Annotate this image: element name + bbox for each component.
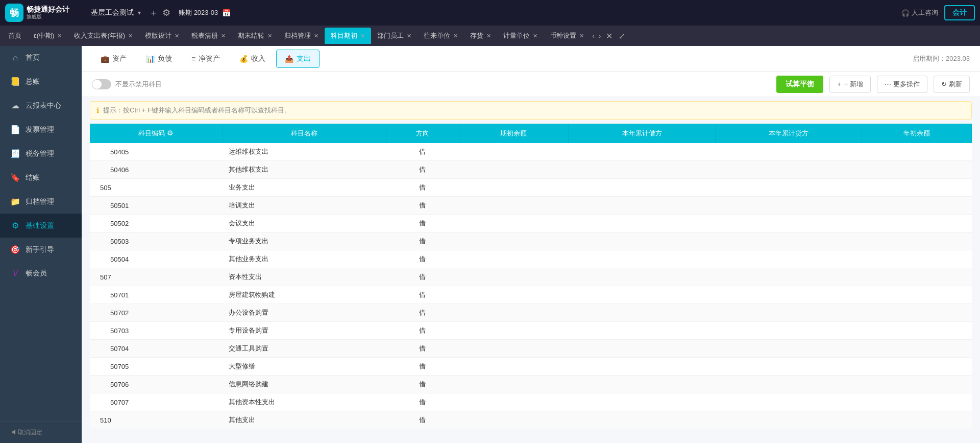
table-row[interactable]: 50706信息网络购建借 <box>90 376 972 393</box>
tab-close-unit[interactable]: ✕ <box>533 33 537 39</box>
cell-opening <box>459 161 569 179</box>
sidebar-item-guide[interactable]: 🎯 新手引导 <box>0 238 82 262</box>
cell-code: 50706 <box>90 376 223 393</box>
sub-tab-asset[interactable]: 💼 资产 <box>92 50 135 68</box>
col-settings-btn[interactable]: ⚙ <box>167 129 174 137</box>
cell-direction: 借 <box>386 286 459 304</box>
tab-home[interactable]: 首页 <box>2 28 28 44</box>
sidebar-item-settings[interactable]: ⚙ 基础设置 <box>0 214 82 238</box>
cell-name: 办公设备购置 <box>223 304 386 322</box>
income-icon: 💰 <box>239 55 248 63</box>
cell-yr-opening <box>862 393 972 411</box>
table-row[interactable]: 50703专用设备购置借 <box>90 322 972 340</box>
table-wrapper[interactable]: 科目编码 ⚙ 科目名称 方向 期初余额 本年累计借方 本年累计贷方 年初余额 5 <box>90 124 972 439</box>
tax-icon: 🧾 <box>10 149 20 158</box>
sidebar-item-archive[interactable]: 📁 归档管理 <box>0 190 82 214</box>
table-row[interactable]: 50502会议支出借 <box>90 215 972 232</box>
tab-subject-init[interactable]: 科目期初✕ <box>325 28 371 44</box>
account-button[interactable]: 会计 <box>944 5 975 20</box>
tab-unit[interactable]: 计量单位✕ <box>497 28 544 44</box>
sub-tab-expense[interactable]: 📤 支出 <box>276 50 320 68</box>
sidebar-label-settings: 基础设置 <box>26 221 54 230</box>
sidebar-item-ledger[interactable]: 📒 总账 <box>0 69 82 94</box>
refresh-btn[interactable]: ↻ 刷新 <box>934 76 970 93</box>
cell-ytd-credit <box>715 411 862 429</box>
sidebar-item-tax[interactable]: 🧾 税务管理 <box>0 142 82 166</box>
tab-expand-btn[interactable]: ⤢ <box>616 31 628 41</box>
cell-direction: 借 <box>386 179 459 197</box>
sub-tab-income[interactable]: 💰 收入 <box>231 50 274 68</box>
table-row[interactable]: 510其他支出借 <box>90 411 972 429</box>
tab-close-period[interactable]: ✕ <box>267 33 272 39</box>
company-dropdown-icon[interactable]: ▾ <box>138 9 141 16</box>
table-row[interactable]: 50501培训支出借 <box>90 197 972 215</box>
tab-next-btn[interactable]: › <box>597 32 603 40</box>
tab-close-counterpart[interactable]: ✕ <box>453 33 458 39</box>
tab-prev-btn[interactable]: ‹ <box>590 32 597 40</box>
archive-icon: 📁 <box>10 197 20 206</box>
sidebar-item-member[interactable]: V 畅会员 <box>0 262 82 285</box>
sidebar-label-archive: 归档管理 <box>26 197 54 206</box>
table-row[interactable]: 505业务支出借 <box>90 179 972 197</box>
table-row[interactable]: 50405运维维权支出借 <box>90 143 972 161</box>
cell-direction: 借 <box>386 393 459 411</box>
table-row[interactable]: 50705大型修缮借 <box>90 358 972 376</box>
balance-btn[interactable]: 试算平衡 <box>776 76 823 93</box>
table-row[interactable]: 507资本性支出借 <box>90 268 972 286</box>
table-row[interactable]: 50406其他维权支出借 <box>90 161 972 179</box>
sidebar-item-close[interactable]: 🔖 结账 <box>0 166 82 190</box>
tab-annual-report[interactable]: 收入支出表(年报)✕ <box>68 28 139 44</box>
cell-ytd-credit <box>715 304 862 322</box>
cell-ytd-debit <box>569 161 715 179</box>
tab-close-subject[interactable]: ✕ <box>360 33 365 39</box>
tab-close-inventory[interactable]: ✕ <box>486 33 491 39</box>
table-row[interactable]: 50702办公设备购置借 <box>90 304 972 322</box>
tab-close-midterm[interactable]: ✕ <box>57 33 62 39</box>
add-tab-icon[interactable]: ＋ <box>149 7 158 19</box>
disable-toggle[interactable] <box>92 79 111 89</box>
table-row[interactable]: 50707其他资本性支出借 <box>90 393 972 411</box>
cell-direction: 借 <box>386 376 459 393</box>
tab-currency[interactable]: 币种设置✕ <box>544 28 590 44</box>
table-row[interactable]: 50701房屋建筑物购建借 <box>90 286 972 304</box>
cell-direction: 借 <box>386 215 459 232</box>
tab-department[interactable]: 部门员工✕ <box>371 28 418 44</box>
table-area: 科目编码 ⚙ 科目名称 方向 期初余额 本年累计借方 本年累计贷方 年初余额 5 <box>90 124 972 439</box>
sidebar-item-invoice[interactable]: 📄 发票管理 <box>0 118 82 142</box>
sub-tab-net-asset[interactable]: ≡ 净资产 <box>183 50 229 68</box>
tab-close-annual[interactable]: ✕ <box>128 33 133 39</box>
cell-name: 其他资本性支出 <box>223 393 386 411</box>
tab-tax[interactable]: 税表清册✕ <box>185 28 232 44</box>
settings-icon[interactable]: ⚙ <box>162 7 170 18</box>
tab-inventory[interactable]: 存货✕ <box>464 28 497 44</box>
col-direction: 方向 <box>386 124 459 143</box>
tab-midterm[interactable]: ε(中期)✕ <box>28 28 68 44</box>
calendar-icon[interactable]: 📅 <box>222 9 231 17</box>
cell-direction: 借 <box>386 161 459 179</box>
tab-counterpart[interactable]: 往来单位✕ <box>418 28 464 44</box>
sidebar-item-home[interactable]: ⌂ 首页 <box>0 46 82 69</box>
customer-service-btn[interactable]: 🎧 人工咨询 <box>901 8 938 17</box>
toggle-area: 不显示禁用科目 <box>92 79 162 89</box>
table-row[interactable]: 50704交通工具购置借 <box>90 340 972 358</box>
tab-close-all-btn[interactable]: ✕ <box>603 31 616 41</box>
tab-period-end[interactable]: 期末结转✕ <box>232 28 278 44</box>
more-ops-btn[interactable]: ⋯ 更多操作 <box>877 76 927 93</box>
tab-template[interactable]: 模版设计✕ <box>139 28 185 44</box>
tab-close-dept[interactable]: ✕ <box>407 33 411 39</box>
content-area: 💼 资产 📊 负债 ≡ 净资产 💰 收入 📤 支出 启用期间：2023.03 <box>82 46 980 443</box>
table-row[interactable]: 50504其他业务支出借 <box>90 250 972 268</box>
sidebar-item-reports[interactable]: ☁ 云报表中心 <box>0 94 82 118</box>
sub-tab-bar: 💼 资产 📊 负债 ≡ 净资产 💰 收入 📤 支出 启用期间：2023.03 <box>82 46 980 72</box>
cell-ytd-credit <box>715 197 862 215</box>
tab-close-template[interactable]: ✕ <box>175 33 179 39</box>
tab-archive[interactable]: 归档管理✕ <box>278 28 325 44</box>
table-row[interactable]: 50503专项业务支出借 <box>90 232 972 250</box>
sub-tab-liability[interactable]: 📊 负债 <box>137 50 181 68</box>
sidebar-collapse-btn[interactable]: ◀ 取消固定 <box>0 422 82 443</box>
tab-close-archive[interactable]: ✕ <box>314 33 318 39</box>
main-layout: ⌂ 首页 📒 总账 ☁ 云报表中心 📄 发票管理 🧾 税务管理 🔖 结账 📁 归… <box>0 46 980 443</box>
tab-close-tax[interactable]: ✕ <box>221 33 226 39</box>
add-btn[interactable]: + + 新增 <box>829 76 871 93</box>
tab-close-currency[interactable]: ✕ <box>579 33 584 39</box>
